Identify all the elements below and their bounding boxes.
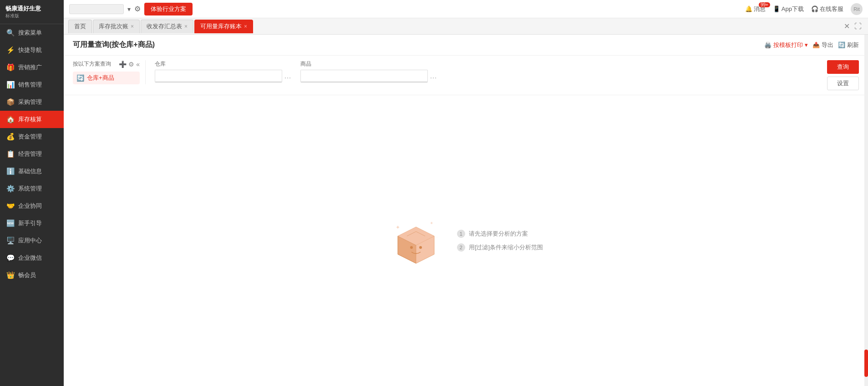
search-input[interactable] (69, 4, 124, 14)
main-area: ▾ ⚙ 体验行业方案 🔔 消息 99+ 📱 App下载 🎧 在线客服 Rit (64, 0, 868, 386)
sidebar-item-label: 系统管理 (18, 185, 42, 193)
refresh-label: 刷新 (847, 41, 859, 49)
filter-scheme-header: 按以下方案查询 ➕ ⚙ « (73, 60, 140, 68)
sidebar-item-label: 快捷导航 (18, 46, 42, 54)
tab-home-label: 首页 (74, 22, 86, 31)
svg-point-5 (419, 246, 422, 249)
sidebar-item-label: 经营管理 (18, 150, 42, 158)
sidebar-item-label: 营销推广 (18, 63, 42, 72)
topbar: ▾ ⚙ 体验行业方案 🔔 消息 99+ 📱 App下载 🎧 在线客服 Rit (64, 0, 868, 18)
sidebar-item-basic[interactable]: ℹ️ 基础信息 (0, 163, 64, 180)
sidebar-item-system[interactable]: ⚙️ 系统管理 (0, 180, 64, 197)
info-icon: ℹ️ (6, 167, 15, 175)
tab-close-icon[interactable]: × (131, 24, 134, 29)
message-badge: 99+ (759, 2, 770, 7)
sidebar-item-guide[interactable]: 🆕 新手引导 (0, 215, 64, 232)
settings-icon[interactable]: ⚙ (134, 5, 141, 13)
lightning-icon: ⚡ (6, 46, 15, 54)
sidebar-logo: 畅康通好生意 标准版 (0, 0, 64, 24)
query-button[interactable]: 查询 (827, 60, 859, 74)
product-input[interactable] (300, 70, 428, 82)
sidebar-item-label: 企业协同 (18, 202, 42, 210)
filter-scheme-panel: 按以下方案查询 ➕ ⚙ « 🔄 仓库+商品 (73, 60, 146, 84)
tab-available-ledger-label: 可用量库存账本 (200, 22, 242, 31)
chart-icon: 📊 (6, 81, 15, 89)
handshake-icon: 🤝 (6, 202, 15, 210)
export-button[interactable]: 📤 导出 (812, 41, 833, 49)
warehouse-label: 仓库 (155, 60, 291, 68)
svg-text:·: · (437, 235, 437, 239)
sidebar-item-sales[interactable]: 📊 销售管理 (0, 76, 64, 93)
refresh-icon: 🔄 (838, 41, 845, 48)
sidebar-item-wxwork[interactable]: 💬 企业微信 (0, 249, 64, 267)
print-button[interactable]: 🖨️ 按模板打印 ▾ (764, 41, 808, 49)
warehouse-input[interactable] (155, 70, 282, 82)
service-button[interactable]: 🎧 在线客服 (811, 5, 843, 13)
product-input-row: … (300, 70, 437, 82)
tab-close-active-icon[interactable]: × (244, 24, 247, 29)
sidebar-item-appstore[interactable]: 🖥️ 应用中心 (0, 232, 64, 249)
app-download-button[interactable]: 📱 App下载 (773, 5, 804, 13)
tip-text-1: 请先选择要分析的方案 (469, 230, 528, 238)
sidebar-item-member[interactable]: 👑 畅会员 (0, 267, 64, 284)
tabbar: 首页 库存批次账 × 收发存汇总表 × 可用量库存账本 × ✕ ⛶ (64, 18, 868, 35)
sidebar-item-finance[interactable]: 💰 资金管理 (0, 128, 64, 145)
sidebar-item-search[interactable]: 🔍 搜索菜单 (0, 24, 64, 41)
message-button[interactable]: 🔔 消息 99+ (745, 5, 766, 13)
scheme-add-button[interactable]: ➕ (119, 61, 127, 68)
print-dropdown-icon[interactable]: ▾ (805, 41, 808, 48)
sidebar-item-label: 搜索菜单 (18, 29, 42, 37)
window-close-button[interactable]: ✕ (842, 20, 852, 32)
app-label: App下载 (782, 5, 804, 13)
new-icon: 🆕 (6, 219, 15, 227)
empty-tip-2: 2 用[过滤]条件来缩小分析范围 (457, 243, 543, 252)
product-more-button[interactable]: … (430, 72, 437, 80)
sidebar-item-inventory[interactable]: 🏠 库存核算 (0, 111, 64, 128)
tip-text-2: 用[过滤]条件来缩小分析范围 (469, 243, 543, 252)
empty-tips: 1 请先选择要分析的方案 2 用[过滤]条件来缩小分析范围 (457, 230, 543, 252)
tab-home[interactable]: 首页 (68, 20, 92, 33)
tab-close-icon[interactable]: × (184, 24, 188, 29)
user-avatar[interactable]: Rit (851, 3, 863, 15)
scheme-item-label: 仓库+商品 (87, 74, 114, 82)
phone-icon: 📱 (773, 5, 780, 12)
svg-text:✦: ✦ (430, 221, 433, 226)
export-label: 导出 (822, 41, 833, 49)
sidebar-item-label: 基础信息 (18, 167, 42, 175)
filter-field-warehouse: 仓库 … (155, 60, 291, 82)
window-maximize-button[interactable]: ⛶ (853, 21, 863, 32)
headset-icon: 🎧 (811, 5, 818, 12)
tab-batch-ledger[interactable]: 库存批次账 × (93, 20, 140, 33)
chat-icon: 💬 (6, 254, 15, 262)
gift-icon: 🎁 (6, 63, 15, 72)
tip-number-2: 2 (457, 243, 465, 252)
sidebar-item-label: 资金管理 (18, 133, 42, 141)
svg-text:✦: ✦ (396, 224, 400, 231)
tab-inventory-summary-label: 收发存汇总表 (147, 22, 182, 31)
sidebar-item-purchase[interactable]: 📦 采购管理 (0, 93, 64, 111)
scrollbar-thumb (864, 350, 868, 377)
refresh-button[interactable]: 🔄 刷新 (838, 41, 859, 49)
bell-icon: 🔔 (745, 5, 752, 12)
scheme-settings-button[interactable]: ⚙ (128, 61, 134, 68)
settings-button[interactable]: 设置 (827, 77, 859, 90)
tab-inventory-summary[interactable]: 收发存汇总表 × (141, 20, 193, 33)
home-icon: 🏠 (6, 115, 15, 124)
sidebar-item-quick-nav[interactable]: ⚡ 快捷导航 (0, 41, 64, 59)
dropdown-icon[interactable]: ▾ (127, 5, 131, 13)
sidebar-item-enterprise[interactable]: 🤝 企业协同 (0, 197, 64, 215)
scheme-item-warehouse-product[interactable]: 🔄 仓库+商品 (73, 72, 140, 84)
product-label: 商品 (300, 60, 437, 68)
filter-field-product: 商品 … (300, 60, 437, 82)
scheme-collapse-button[interactable]: « (136, 61, 140, 68)
trial-button[interactable]: 体验行业方案 (144, 3, 193, 15)
filter-fields: 仓库 … 商品 … (146, 60, 818, 82)
warehouse-more-button[interactable]: … (284, 72, 291, 80)
right-scrollbar[interactable] (864, 35, 868, 386)
sidebar-item-marketing[interactable]: 🎁 营销推广 (0, 59, 64, 76)
tab-available-ledger[interactable]: 可用量库存账本 × (194, 20, 253, 33)
printer-icon: 🖨️ (764, 41, 772, 48)
sidebar-item-operation[interactable]: 📋 经营管理 (0, 145, 64, 163)
user-name: Rit (853, 6, 859, 12)
service-label: 在线客服 (820, 5, 843, 13)
